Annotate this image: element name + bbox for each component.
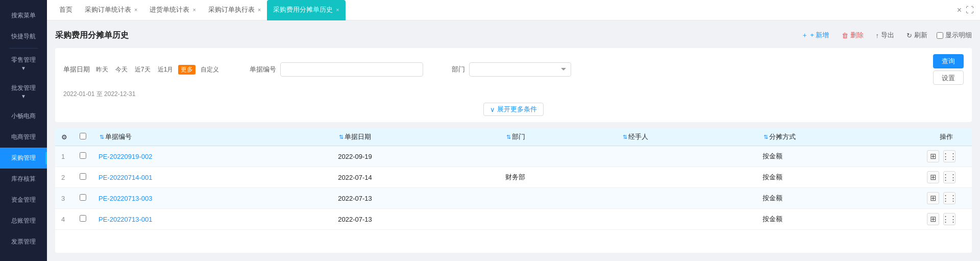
tab-goods-stats[interactable]: 进货单统计表 × [143,0,202,20]
th-method: ⇅ 分摊方式 [756,128,921,146]
doc-no-cell: PE-20220919-002 [92,146,332,167]
row-checkbox[interactable] [80,194,86,201]
query-button[interactable]: 查询 [933,54,964,68]
doc-link[interactable]: PE-20220713-003 [99,195,153,202]
row-checkbox-cell [74,209,92,230]
more-icon[interactable]: ⋮⋮ [943,150,955,162]
page-title: 采购费用分摊单历史 [55,30,129,41]
doc-link[interactable]: PE-20220713-001 [99,216,153,223]
sidebar-item-ecommerce[interactable]: 电商管理 [0,127,47,148]
view-icon[interactable]: ⊞ [927,213,939,225]
more-icon[interactable]: ⋮⋮ [943,213,955,225]
doc-no-input[interactable] [280,62,423,77]
sort-icon: ⇅ [100,134,104,140]
view-icon[interactable]: ⊞ [927,171,939,183]
refresh-label: 刷新 [914,31,927,40]
sidebar-item-wholesale[interactable]: 批发管理 ▼ [0,78,47,106]
tab-bar: 首页 采购订单统计表 × 进货单统计表 × 采购订单执行表 × 采购费用分摊单历… [47,0,980,20]
handler-cell [616,167,756,188]
window-controls: × ⛶ [957,6,974,15]
tab-purchase-order-exec[interactable]: 采购订单执行表 × [202,0,267,20]
action-cell: ⊞ ⋮⋮ [921,209,972,230]
close-icon[interactable]: × [134,7,137,13]
chevron-down-icon: ∨ [490,106,495,113]
dept-cell [499,188,616,209]
sidebar-item-search[interactable]: 搜索菜单 [0,5,47,26]
sidebar-item-quick-nav[interactable]: 快捷导航 [0,26,47,47]
table-row: 2 PE-20220714-001 2022-07-14 财务部 按金额 ⊞ ⋮… [55,167,972,188]
close-icon[interactable]: × [192,7,195,13]
shortcut-1month[interactable]: 近1月 [156,65,176,75]
row-checkbox-cell [74,188,92,209]
chevron-down-icon: ▼ [21,65,26,71]
gear-icon[interactable]: ⚙ [61,133,67,141]
display-toggle-label: 显示明细 [945,31,972,40]
date-cell: 2022-07-13 [332,209,499,230]
sidebar-item-inventory[interactable]: 库存核算 [0,169,47,189]
display-toggle-checkbox[interactable] [937,32,943,39]
dept-select[interactable] [469,62,571,77]
sidebar-item-invoice[interactable]: 发票管理 [0,231,47,252]
doc-link[interactable]: PE-20220714-001 [99,174,153,181]
dept-label: 部门 [452,65,465,74]
th-date: ⇅ 单据日期 [332,128,499,146]
close-icon[interactable]: × [336,7,339,13]
row-checkbox[interactable] [80,173,86,180]
expand-more: ∨ 展开更多条件 [63,103,964,116]
table-row: 4 PE-20220713-001 2022-07-13 按金额 ⊞ ⋮⋮ [55,209,972,230]
table-header-row: ⚙ ⇅ 单据编号 ⇅ [55,128,972,146]
shortcut-7days[interactable]: 近7天 [133,65,153,75]
row-checkbox[interactable] [80,152,86,159]
minimize-icon[interactable]: × [957,6,962,15]
sidebar-item-purchase[interactable]: 采购管理 [0,148,47,169]
th-label: 部门 [512,132,525,141]
sidebar-item-retail[interactable]: 零售管理 ▼ [0,50,47,78]
table-row: 1 PE-20220919-002 2022-09-19 按金额 ⊞ ⋮⋮ [55,146,972,167]
more-icon[interactable]: ⋮⋮ [943,192,955,204]
shortcut-today[interactable]: 今天 [113,65,130,75]
tab-purchase-expense-history[interactable]: 采购费用分摊单历史 × [267,0,345,20]
tab-label: 进货单统计表 [150,5,189,14]
display-toggle[interactable]: 显示明细 [937,31,972,40]
close-icon[interactable]: × [258,7,261,13]
maximize-icon[interactable]: ⛶ [966,6,974,15]
doc-no-cell: PE-20220713-003 [92,188,332,209]
th-settings: ⚙ [55,128,74,146]
sort-icon: ⇅ [506,134,511,140]
date-filter: 单据日期 昨天 今天 近7天 近1月 更多 自定义 [63,65,221,75]
view-icon[interactable]: ⊞ [927,150,939,162]
view-icon[interactable]: ⊞ [927,192,939,204]
sidebar-item-label: 搜索菜单 [3,11,44,20]
row-checkbox[interactable] [80,215,86,222]
more-icon[interactable]: ⋮⋮ [943,171,955,183]
tab-purchase-order-stats[interactable]: 采购订单统计表 × [79,0,143,20]
action-cell: ⊞ ⋮⋮ [921,146,972,167]
doc-link[interactable]: PE-20220919-002 [99,153,153,160]
settings-button[interactable]: 设置 [933,70,964,85]
sidebar-item-label: 总账管理 [3,217,44,225]
add-button[interactable]: ＋ + 新增 [798,29,832,42]
sidebar-item-label: 发票管理 [3,238,44,246]
row-checkbox-cell [74,167,92,188]
expand-button[interactable]: ∨ 展开更多条件 [483,103,544,116]
delete-button[interactable]: 🗑 删除 [839,29,867,42]
action-cell: ⊞ ⋮⋮ [921,167,972,188]
th-doc-no: ⇅ 单据编号 [92,128,332,146]
dept-cell [499,146,616,167]
th-label: 单据日期 [345,132,371,141]
action-cell: ⊞ ⋮⋮ [921,188,972,209]
shortcut-custom[interactable]: 自定义 [199,65,221,75]
sidebar-item-ecommerce-small[interactable]: 小畅电商 [0,106,47,127]
export-icon: ↑ [876,32,879,39]
sidebar-item-finance[interactable]: 资金管理 [0,189,47,210]
chevron-down-icon: ▼ [21,93,26,99]
shortcut-more[interactable]: 更多 [178,65,195,75]
refresh-button[interactable]: ↻ 刷新 [903,29,930,42]
tab-home[interactable]: 首页 [53,0,79,20]
shortcut-yesterday[interactable]: 昨天 [94,65,110,75]
sidebar-item-ledger[interactable]: 总账管理 [0,210,47,231]
export-button[interactable]: ↑ 导出 [873,29,898,42]
date-range-row: 2022-01-01 至 2022-12-31 [63,89,964,99]
select-all-checkbox[interactable] [80,133,86,139]
main-content: 首页 采购订单统计表 × 进货单统计表 × 采购订单执行表 × 采购费用分摊单历… [47,0,980,261]
